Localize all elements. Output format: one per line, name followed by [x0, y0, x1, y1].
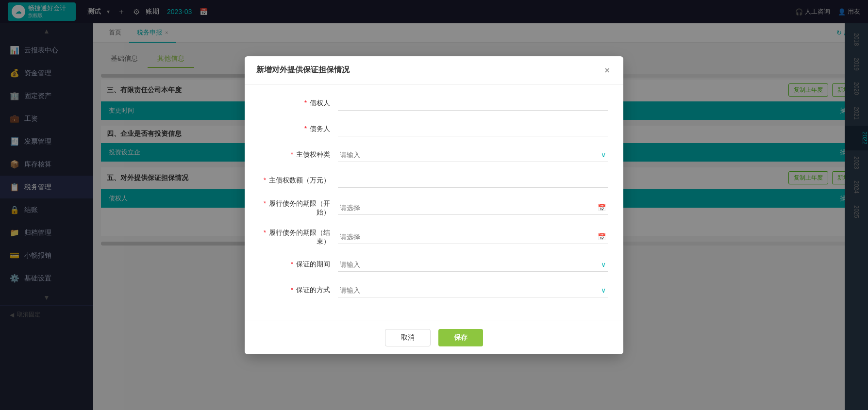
form-row-debtor: * 债务人: [260, 122, 608, 136]
dropdown-arrow-guarantee-period[interactable]: ∨: [599, 261, 608, 268]
dialog-title: 新增对外提供保证担保情况: [256, 65, 350, 75]
input-creditor[interactable]: [338, 97, 608, 111]
input-debtor[interactable]: [338, 122, 608, 136]
dialog-body: * 债权人 * 债务人 * 主债权种类: [245, 85, 623, 321]
dialog-header: 新增对外提供保证担保情况 ×: [245, 56, 623, 85]
input-guarantee-period[interactable]: [338, 258, 599, 271]
required-mark-6: *: [264, 229, 266, 236]
form-label-period-end: * 履行债务的期限（结束）: [260, 229, 338, 246]
label-text-3: 主债权种类: [296, 150, 330, 158]
form-label-claim-type: * 主债权种类: [260, 150, 338, 159]
input-claim-type[interactable]: [338, 148, 599, 162]
form-label-claim-amount: * 主债权数额（万元）: [260, 176, 338, 185]
label-text-7: 保证的期间: [296, 260, 330, 268]
form-label-debtor: * 债务人: [260, 125, 338, 133]
form-label-creditor: * 债权人: [260, 99, 338, 108]
date-wrap-start: 📅: [338, 201, 608, 215]
form-row-period-start: * 履行债务的期限（开始） 📅: [260, 199, 608, 217]
form-row-period-end: * 履行债务的期限（结束） 📅: [260, 229, 608, 246]
required-mark-4: *: [264, 176, 266, 184]
form-row-guarantee-period: * 保证的期间 ∨: [260, 258, 608, 272]
required-mark: *: [304, 99, 307, 107]
select-wrap-guarantee-method: ∨: [338, 283, 608, 297]
form-row-claim-type: * 主债权种类 ∨: [260, 148, 608, 162]
label-text: 债权人: [310, 99, 330, 107]
required-mark-7: *: [291, 260, 293, 268]
label-text-5: 履行债务的期限（开始）: [269, 199, 330, 216]
label-text-4: 主债权数额（万元）: [269, 176, 330, 184]
dialog: 新增对外提供保证担保情况 × * 债权人 * 债务人: [245, 56, 623, 354]
form-label-guarantee-method: * 保证的方式: [260, 286, 338, 295]
dropdown-arrow-claim-type[interactable]: ∨: [599, 151, 608, 159]
form-row-claim-amount: * 主债权数额（万元）: [260, 174, 608, 188]
select-wrap-guarantee-period: ∨: [338, 258, 608, 272]
input-period-end[interactable]: [338, 230, 596, 244]
label-text-8: 保证的方式: [296, 286, 330, 294]
dropdown-arrow-guarantee-method[interactable]: ∨: [599, 286, 608, 294]
select-wrap-claim-type: ∨: [338, 148, 608, 162]
date-wrap-end: 📅: [338, 230, 608, 244]
form-row-guarantee-method: * 保证的方式 ∨: [260, 283, 608, 297]
calendar-icon-end[interactable]: 📅: [596, 233, 608, 241]
dialog-overlay: 新增对外提供保证担保情况 × * 债权人 * 债务人: [0, 0, 868, 410]
input-period-start[interactable]: [338, 201, 596, 214]
save-button[interactable]: 保存: [438, 329, 483, 346]
form-label-period-start: * 履行债务的期限（开始）: [260, 199, 338, 217]
cancel-button[interactable]: 取消: [385, 329, 431, 346]
required-mark-8: *: [291, 286, 293, 294]
form-row-creditor: * 债权人: [260, 97, 608, 111]
dialog-close-button[interactable]: ×: [602, 64, 612, 77]
required-mark-3: *: [291, 150, 293, 158]
required-mark-2: *: [304, 125, 307, 132]
input-guarantee-method[interactable]: [338, 283, 599, 297]
input-claim-amount[interactable]: [338, 174, 608, 188]
required-mark-5: *: [264, 199, 266, 207]
form-label-guarantee-period: * 保证的期间: [260, 260, 338, 269]
dialog-footer: 取消 保存: [245, 321, 623, 354]
label-text-6: 履行债务的期限（结束）: [269, 229, 330, 245]
calendar-icon-start[interactable]: 📅: [596, 204, 608, 212]
label-text-2: 债务人: [310, 125, 330, 132]
